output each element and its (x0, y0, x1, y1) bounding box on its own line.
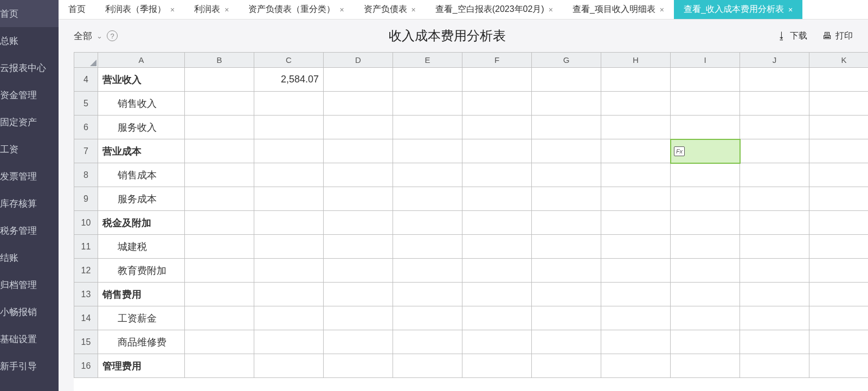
close-icon[interactable]: × (412, 5, 416, 14)
cell[interactable] (393, 163, 462, 187)
column-header[interactable]: B (185, 53, 254, 68)
cell[interactable] (532, 330, 601, 354)
cell[interactable] (532, 163, 601, 187)
row-number[interactable]: 12 (74, 259, 98, 283)
cell[interactable] (740, 68, 809, 92)
cell[interactable] (532, 259, 601, 283)
cell[interactable] (671, 354, 740, 378)
cell[interactable] (254, 116, 324, 139)
cell[interactable]: 销售收入 (98, 92, 185, 116)
cell[interactable] (601, 92, 671, 116)
filter-dropdown[interactable]: 全部 ⌄ ? (74, 30, 118, 42)
cell[interactable] (671, 68, 740, 92)
row-number[interactable]: 10 (74, 211, 98, 235)
help-icon[interactable]: ? (107, 30, 118, 41)
cell[interactable] (462, 330, 532, 354)
cell[interactable] (185, 330, 254, 354)
cell[interactable] (740, 211, 809, 235)
cell[interactable] (671, 306, 740, 330)
spreadsheet[interactable]: ABCDEFGHIJKL 4营业收入2,584.075销售收入6服务收入7营业成… (74, 52, 868, 391)
cell[interactable] (740, 116, 809, 139)
column-header[interactable]: A (98, 53, 185, 68)
row-number[interactable]: 8 (74, 163, 98, 187)
column-header[interactable]: D (324, 53, 393, 68)
cell[interactable] (740, 259, 809, 283)
column-header[interactable]: I (671, 53, 740, 68)
cell[interactable]: 商品维修费 (98, 330, 185, 354)
cell[interactable] (254, 283, 324, 306)
cell[interactable] (324, 116, 393, 139)
cell[interactable] (393, 330, 462, 354)
cell[interactable] (601, 306, 671, 330)
download-button[interactable]: ⭳ 下载 (777, 30, 807, 42)
sidebar-item[interactable]: 新手引导 (0, 352, 59, 380)
cell[interactable] (740, 306, 809, 330)
cell[interactable] (809, 259, 869, 283)
column-header[interactable]: H (601, 53, 671, 68)
cell[interactable] (254, 139, 324, 163)
cell[interactable] (532, 139, 601, 163)
close-icon[interactable]: × (170, 5, 175, 14)
column-header[interactable]: F (462, 53, 532, 68)
cell[interactable] (254, 92, 324, 116)
cell[interactable] (601, 163, 671, 187)
cell[interactable] (601, 139, 671, 163)
column-header[interactable]: K (809, 53, 869, 68)
sidebar-item[interactable]: 结账 (0, 244, 59, 271)
cell[interactable] (324, 354, 393, 378)
tab[interactable]: 利润表× (184, 0, 239, 19)
cell[interactable] (809, 211, 869, 235)
cell[interactable] (532, 187, 601, 211)
row-number[interactable]: 11 (74, 235, 98, 259)
sidebar-item[interactable]: 首页 (0, 0, 59, 27)
cell[interactable] (601, 187, 671, 211)
cell[interactable] (532, 306, 601, 330)
cell[interactable] (671, 92, 740, 116)
cell[interactable] (462, 139, 532, 163)
cell[interactable] (462, 283, 532, 306)
cell[interactable] (601, 235, 671, 259)
close-icon[interactable]: × (224, 5, 229, 14)
cell[interactable] (740, 187, 809, 211)
cell[interactable] (393, 235, 462, 259)
cell[interactable] (462, 187, 532, 211)
cell[interactable] (532, 116, 601, 139)
cell[interactable] (393, 92, 462, 116)
cell[interactable] (185, 283, 254, 306)
close-icon[interactable]: × (788, 5, 793, 14)
cell[interactable] (740, 354, 809, 378)
row-number[interactable]: 5 (74, 92, 98, 116)
cell[interactable] (185, 187, 254, 211)
cell[interactable]: 销售费用 (98, 283, 185, 306)
cell[interactable] (532, 211, 601, 235)
cell[interactable] (671, 187, 740, 211)
sidebar-item[interactable]: 资金管理 (0, 81, 59, 108)
cell[interactable] (601, 211, 671, 235)
cell[interactable] (254, 187, 324, 211)
row-number[interactable]: 16 (74, 354, 98, 378)
cell[interactable] (671, 211, 740, 235)
sidebar-item[interactable]: 基础设置 (0, 325, 59, 352)
cell[interactable] (324, 68, 393, 92)
cell[interactable]: 营业成本 (98, 139, 185, 163)
row-number[interactable]: 13 (74, 283, 98, 306)
cell[interactable] (740, 283, 809, 306)
print-button[interactable]: 🖶 打印 (822, 30, 853, 42)
cell[interactable] (324, 283, 393, 306)
cell[interactable] (185, 163, 254, 187)
cell[interactable] (254, 330, 324, 354)
sidebar-item[interactable]: 税务管理 (0, 217, 59, 244)
column-header[interactable]: E (393, 53, 462, 68)
cell[interactable] (254, 354, 324, 378)
cell[interactable] (601, 354, 671, 378)
cell[interactable]: 税金及附加 (98, 211, 185, 235)
cell[interactable] (601, 330, 671, 354)
cell[interactable] (809, 116, 869, 139)
cell[interactable] (809, 163, 869, 187)
sidebar-item[interactable]: 总账 (0, 27, 59, 54)
row-number[interactable]: 6 (74, 116, 98, 139)
row-number[interactable]: 7 (74, 139, 98, 163)
cell[interactable] (740, 330, 809, 354)
cell[interactable] (601, 283, 671, 306)
cell[interactable] (462, 92, 532, 116)
